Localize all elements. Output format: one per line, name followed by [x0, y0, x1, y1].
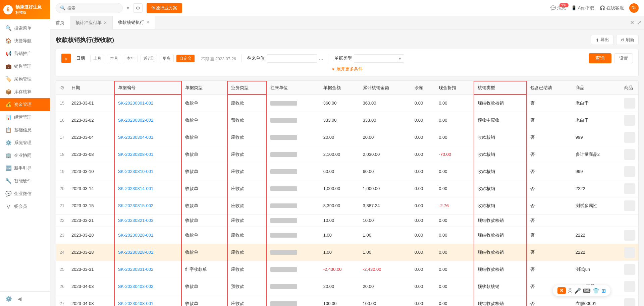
cell-amount: 2,100.00 [320, 146, 360, 163]
cell-docno: SK-20230308-001 [114, 146, 182, 163]
docno-link[interactable]: SK-20230331-002 [118, 267, 154, 272]
docno-link[interactable]: SK-20230403-002 [118, 284, 154, 289]
sidebar-item-inventory[interactable]: 📦库存核算 [0, 85, 50, 98]
cell-writtenoff: 2,030.00 [360, 146, 411, 163]
cell-doctype: 收款单 [181, 163, 227, 180]
sidebar-item-quick-nav[interactable]: 🏠快捷导航 [0, 35, 50, 47]
cell-date: 2023-04-08 [68, 295, 114, 306]
docno-link[interactable]: SK-20230301-002 [118, 101, 154, 106]
search-button[interactable]: 查询 [589, 53, 611, 63]
topbar-gear-button[interactable]: ⚙ [133, 3, 143, 13]
tab-home[interactable]: 首页 [50, 16, 70, 29]
cell-doctype: 收款单 [181, 112, 227, 129]
sidebar-item-hardware[interactable]: 🔧智能硬件 [0, 175, 50, 187]
cell-date: 2023-03-01 [68, 95, 114, 112]
avatar[interactable]: Rit [629, 3, 639, 13]
cell-date: 2023-04-03 [68, 278, 114, 295]
docno-link[interactable]: SK-20230310-001 [118, 169, 154, 174]
doc-type-field: 单据类型 ▾ [334, 54, 404, 63]
search-input[interactable] [67, 6, 118, 10]
sidebar-item-purchase[interactable]: 🏷️采购管理 [0, 73, 50, 85]
this-month-btn[interactable]: 本月 [107, 55, 121, 62]
partner-blurred [270, 118, 297, 123]
sidebar-label-wechat: 企业微信 [14, 191, 32, 197]
cell-partner [267, 112, 320, 129]
docno-link[interactable]: SK-20230315-002 [118, 203, 154, 208]
sidebar-label-base-info: 基础信息 [14, 127, 32, 133]
app-download-button[interactable]: 📱 App下载 [571, 5, 594, 11]
partner-input[interactable] [267, 54, 317, 63]
last7days-btn[interactable]: 近7天 [141, 55, 157, 62]
cell-writtenoff: 20.00 [360, 278, 411, 295]
shirt-icon[interactable]: 👕 [593, 288, 599, 294]
sidebar-item-base-info[interactable]: 📋基础信息 [0, 124, 50, 136]
brand-s-icon[interactable]: S [557, 287, 566, 294]
cell-amount: 333.00 [320, 112, 360, 129]
cell-partner [267, 278, 320, 295]
custom-date-btn[interactable]: 自定义 [176, 55, 195, 62]
cell-goods1: 999 [572, 163, 621, 180]
sidebar-item-marketing[interactable]: 📢营销推广 [0, 47, 50, 60]
settings-col-icon[interactable]: ⚙ [60, 85, 64, 90]
col-settled-header: 包含已结清 [527, 81, 572, 95]
cell-cashdisc: 0.00 [435, 244, 474, 261]
cell-balance: 0.00 [411, 261, 435, 278]
docno-link[interactable]: SK-20230321-003 [118, 218, 154, 223]
mic-icon[interactable]: 🎤 [574, 288, 581, 294]
topbar-search-box[interactable]: 🔍 [56, 3, 123, 13]
sidebar-item-enterprise[interactable]: 🏢企业协同 [0, 149, 50, 162]
filter-expand-button[interactable]: » [61, 54, 71, 63]
sidebar-item-sales[interactable]: 💼销售管理 [0, 60, 50, 73]
cell-date: 2023-03-02 [68, 112, 114, 129]
solution-button[interactable]: 体验行业方案 [147, 3, 182, 13]
docno-link[interactable]: SK-20230328-002 [118, 250, 154, 255]
col-settings-header[interactable]: ⚙ [56, 81, 68, 95]
this-year-btn[interactable]: 本年 [124, 55, 138, 62]
more-date-btn[interactable]: 更多 [160, 55, 174, 62]
sidebar-item-finance[interactable]: 💰资金管理 [0, 98, 50, 111]
expand-conditions-row[interactable]: ▾ 展开更多条件 [61, 66, 633, 72]
maximize-icon[interactable]: ⤢ [637, 19, 641, 26]
last-month-btn[interactable]: 上月 [90, 55, 104, 62]
tab1-close-icon[interactable]: ✕ [104, 20, 107, 25]
tab-pending-payment[interactable]: 预计冲应付单 ✕ [70, 16, 113, 29]
doc-type-select[interactable]: ▾ [354, 54, 404, 63]
docno-link[interactable]: SK-20230328-001 [118, 233, 154, 238]
cell-settled: 否 [527, 227, 572, 244]
sidebar-item-wechat[interactable]: 💬企业微信 [0, 187, 50, 200]
sidebar-item-search-menu[interactable]: 🔍搜索菜单 [0, 22, 50, 35]
partner-ellipsis[interactable]: ... [319, 55, 323, 61]
tab-payment-writeoff[interactable]: 收款核销执行 ✕ [113, 16, 155, 29]
cell-docno: SK-20230408-001 [114, 295, 182, 306]
collapse-icon[interactable]: ◀ [17, 296, 21, 302]
sidebar-item-member[interactable]: V畅会员 [0, 200, 50, 213]
cell-writtenoff: 333.00 [360, 112, 411, 129]
close-window-icon[interactable]: ✕ [630, 19, 634, 26]
docno-link[interactable]: SK-20230308-001 [118, 152, 154, 157]
finance-icon: 💰 [5, 102, 11, 108]
filter-settings-button[interactable]: 设置 [614, 53, 633, 63]
keyboard-icon[interactable]: ⌨ [583, 288, 591, 294]
docno-link[interactable]: SK-20230314-001 [118, 186, 154, 191]
topbar-dropdown[interactable]: ▾ [127, 5, 129, 11]
cell-settled: 否 [527, 146, 572, 163]
sidebar-item-operations[interactable]: 📊经营管理 [0, 111, 50, 124]
sidebar-item-sys-manage[interactable]: ⚙️系统管理 [0, 136, 50, 149]
tab2-close-icon[interactable]: ✕ [146, 20, 150, 25]
sidebar-item-guide[interactable]: 🆕新手引导 [0, 162, 50, 175]
ying-icon[interactable]: 英 [568, 288, 572, 294]
docno-link[interactable]: SK-20230408-001 [118, 301, 154, 306]
docno-link[interactable]: SK-20230302-002 [118, 118, 154, 123]
cell-writtenoff: 3,387.24 [360, 197, 411, 214]
refresh-button[interactable]: ↺ 刷新 [616, 35, 639, 45]
cell-idx: 24 [56, 244, 68, 261]
online-service-button[interactable]: 🎧 在线客服 [600, 5, 624, 11]
docno-link[interactable]: SK-20230304-001 [118, 135, 154, 140]
grid-icon[interactable]: ⊞ [601, 288, 606, 294]
export-button[interactable]: ⬆ 导出 [591, 35, 613, 45]
page-header: 收款核销执行(按收款) ⬆ 导出 ↺ 刷新 [56, 35, 639, 45]
settings-bottom-icon[interactable]: ⚙️ [5, 296, 12, 302]
table-scroll[interactable]: ⚙ 日期 单据编号 单据类型 业务类型 往来单位 单据金额 累计核销金额 余额 … [56, 81, 638, 306]
sidebar-label-purchase: 采购管理 [14, 76, 32, 82]
message-button[interactable]: 💬 消息 99+ [550, 5, 566, 11]
